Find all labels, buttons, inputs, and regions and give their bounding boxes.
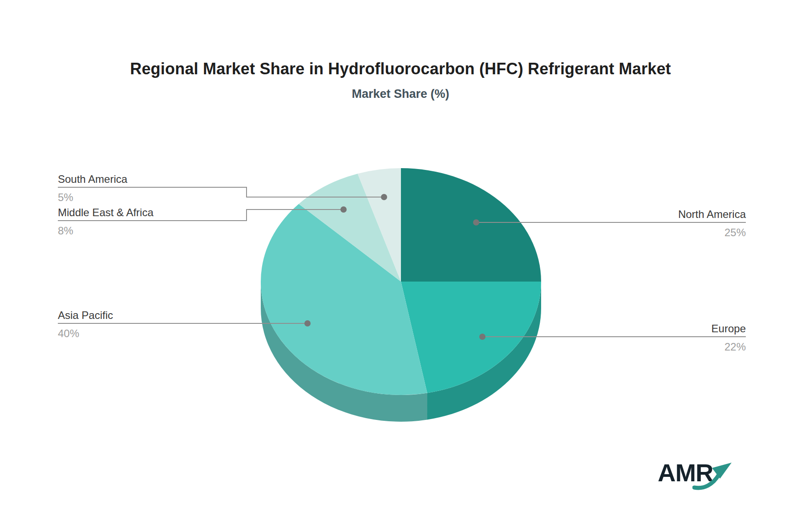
leader-dot-south-america xyxy=(381,194,387,200)
slice-label-europe: Europe 22% xyxy=(559,322,746,354)
pie-chart xyxy=(0,0,801,532)
slice-value: 25% xyxy=(559,226,746,239)
slice-name: North America xyxy=(559,208,746,221)
amr-logo-arrow-icon xyxy=(692,463,733,490)
slice-label-north-america: North America 25% xyxy=(559,208,746,239)
slice-name: Middle East & Africa xyxy=(58,206,254,219)
slice-name: Europe xyxy=(559,322,746,335)
slice-value: 22% xyxy=(559,340,746,354)
slice-value: 40% xyxy=(58,327,254,340)
slice-label-middle-east-africa: Middle East & Africa 8% xyxy=(58,206,254,238)
leader-dot-middle-east-africa xyxy=(340,206,347,213)
leader-dot-asia-pacific xyxy=(304,320,311,326)
amr-logo: AMR xyxy=(658,458,738,494)
slice-name: South America xyxy=(58,173,254,186)
leader-dot-north-america xyxy=(473,219,479,226)
pie-slice-north-america xyxy=(401,168,541,282)
slice-label-south-america: South America 5% xyxy=(58,173,254,204)
slice-label-asia-pacific: Asia Pacific 40% xyxy=(58,309,254,340)
slice-value: 8% xyxy=(58,224,254,238)
chart-canvas: Regional Market Share in Hydrofluorocarb… xyxy=(0,0,801,532)
slice-name: Asia Pacific xyxy=(58,309,254,322)
leader-dot-europe xyxy=(479,334,485,340)
slice-value: 5% xyxy=(58,191,254,204)
